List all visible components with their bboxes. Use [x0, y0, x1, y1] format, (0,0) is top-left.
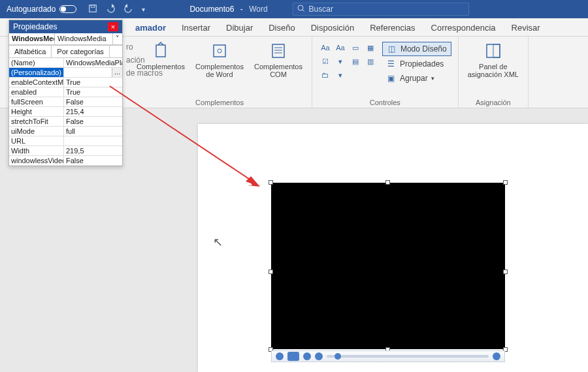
property-row[interactable]: Height215,4	[9, 107, 122, 117]
property-value[interactable]	[64, 136, 122, 146]
resize-handle[interactable]	[503, 270, 508, 274]
property-row[interactable]: URL	[9, 136, 122, 146]
media-mute-icon[interactable]	[493, 352, 500, 360]
property-value[interactable]: True	[64, 78, 122, 87]
property-row[interactable]: fullScreenFalse	[9, 97, 122, 107]
resize-handle[interactable]	[269, 180, 273, 185]
design-mode-icon: ◫	[387, 44, 397, 54]
property-value[interactable]: False	[64, 117, 122, 126]
property-name: windowlessVideo	[9, 156, 64, 165]
media-prev-icon[interactable]	[303, 352, 311, 360]
building-block-control-icon[interactable]: ▦	[364, 42, 377, 54]
property-name: Width	[9, 146, 64, 155]
property-row[interactable]: uiModefull	[9, 127, 122, 136]
rich-text-control-icon[interactable]: Aa	[319, 42, 332, 54]
svg-point-5	[218, 49, 221, 53]
tab-alfabetica[interactable]: Alfabética	[9, 46, 52, 57]
legacy-tools-icon[interactable]: 🗀	[319, 69, 332, 81]
property-name: stretchToFit	[9, 117, 64, 126]
resize-handle[interactable]	[269, 270, 273, 274]
properties-title-label: Propiedades	[13, 22, 57, 31]
property-value[interactable]: WindowsMediaPlayer	[64, 58, 122, 67]
property-row[interactable]: windowlessVideoFalse	[9, 156, 122, 166]
media-next-icon[interactable]	[315, 352, 323, 360]
svg-point-2	[298, 5, 303, 10]
group-button[interactable]: ▣ Agrupar ▾	[382, 72, 451, 85]
tab-dibujar[interactable]: Dibujar	[218, 20, 261, 36]
property-value[interactable]: False	[64, 156, 122, 165]
redo-icon[interactable]	[123, 4, 134, 15]
media-stop-icon[interactable]	[276, 352, 284, 360]
property-value[interactable]: full	[64, 127, 122, 136]
property-row[interactable]: Width219,5	[9, 146, 122, 156]
checkbox-control-icon[interactable]: ☑	[319, 55, 332, 67]
complementos-com-button[interactable]: Complementos COM	[250, 39, 306, 80]
property-value[interactable]: 215,4	[64, 107, 122, 116]
undo-icon[interactable]	[105, 4, 116, 15]
property-name: fullScreen	[9, 97, 64, 106]
svg-rect-0	[90, 5, 97, 12]
search-placeholder: Buscar	[309, 5, 333, 14]
media-player-object[interactable]	[270, 181, 506, 362]
properties-icon: ☰	[386, 59, 397, 69]
group-asignacion: Panel de asignación XML Asignación	[459, 37, 529, 108]
complementos-button[interactable]: Complementos	[133, 39, 189, 80]
group-label-asignacion: Asignación	[476, 99, 511, 106]
addins-icon	[150, 40, 171, 61]
autosave-label: Autoguardado	[7, 5, 56, 14]
resize-handle[interactable]	[385, 180, 390, 185]
autosave-control[interactable]: Autoguardado	[7, 5, 76, 14]
complementos-word-button[interactable]: Complementos de Word	[191, 39, 248, 80]
chevron-down-icon[interactable]: ˅	[112, 33, 122, 44]
tab-diseno[interactable]: Diseño	[261, 20, 302, 36]
save-icon[interactable]	[88, 4, 97, 15]
resize-handle[interactable]	[503, 180, 508, 185]
date-control-icon[interactable]: ▥	[364, 55, 377, 67]
tab-correspondencia[interactable]: Correspondencia	[423, 20, 504, 36]
close-icon[interactable]: ×	[108, 22, 118, 31]
plain-text-control-icon[interactable]: Aa	[334, 42, 347, 54]
picture-control-icon[interactable]: ▭	[349, 42, 362, 54]
property-row[interactable]: enabledTrue	[9, 87, 122, 97]
qat-more-icon[interactable]: ▾	[142, 6, 145, 13]
media-seek-track[interactable]	[327, 355, 489, 358]
property-row[interactable]: (Personalizado)…	[9, 68, 122, 78]
properties-titlebar[interactable]: Propiedades ×	[9, 20, 122, 33]
property-name: (Name)	[9, 58, 64, 67]
property-value[interactable]: True	[64, 87, 122, 97]
property-value[interactable]: 219,5	[64, 146, 122, 155]
tab-referencias[interactable]: Referencias	[362, 20, 423, 36]
svg-rect-4	[214, 45, 225, 57]
autosave-toggle[interactable]	[59, 5, 76, 13]
xml-panel-button[interactable]: Panel de asignación XML	[464, 39, 523, 80]
group-label-controles: Controles	[370, 99, 400, 106]
word-addins-icon	[209, 40, 230, 61]
object-selector[interactable]: WindowsMed WindowsMedia ˅	[9, 33, 122, 45]
property-row[interactable]: enableContextMenuTrue	[9, 78, 122, 87]
combobox-control-icon[interactable]: ▾	[334, 55, 347, 67]
tab-insertar[interactable]: Insertar	[174, 20, 218, 36]
group-icon: ▣	[386, 73, 397, 84]
tab-programador[interactable]: amador	[127, 20, 174, 36]
legacy-dropdown-icon[interactable]: ▾	[334, 69, 347, 81]
property-value[interactable]: …	[64, 68, 122, 77]
property-row[interactable]: stretchToFitFalse	[9, 117, 122, 127]
svg-rect-11	[493, 44, 500, 57]
media-seek-thumb[interactable]	[335, 353, 341, 360]
svg-line-3	[302, 10, 304, 12]
tab-disposicion[interactable]: Disposición	[303, 20, 362, 36]
dropdown-control-icon[interactable]: ▤	[349, 55, 362, 67]
property-value[interactable]: False	[64, 97, 122, 106]
design-mode-button[interactable]: ◫ Modo Diseño	[382, 42, 451, 56]
media-play-icon[interactable]	[287, 352, 299, 361]
xml-panel-icon	[483, 40, 504, 61]
search-box[interactable]: Buscar	[293, 3, 469, 16]
ellipsis-button[interactable]: …	[112, 68, 122, 77]
group-label-complementos: Complementos	[195, 99, 244, 106]
tab-revisar[interactable]: Revisar	[504, 20, 548, 36]
properties-button[interactable]: ☰ Propiedades	[382, 57, 451, 70]
property-row[interactable]: (Name)WindowsMediaPlayer	[9, 58, 122, 68]
document-title: Documento6 - Word	[189, 5, 267, 14]
quick-access-toolbar: ▾	[88, 4, 145, 15]
tab-por-categorias[interactable]: Por categorías	[52, 46, 110, 57]
